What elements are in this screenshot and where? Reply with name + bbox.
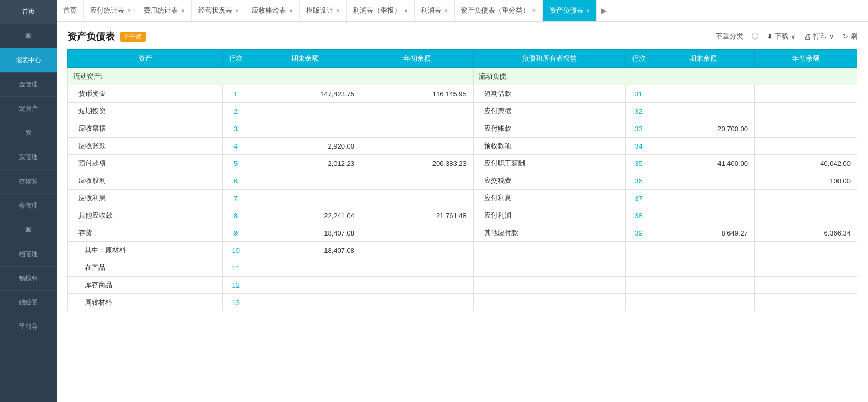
sidebar-item-report-center[interactable]: 报表中心: [0, 48, 57, 73]
sidebar-item-home[interactable]: 首页: [0, 0, 57, 24]
download-label: 下载: [775, 32, 788, 41]
liability-row-num: [626, 259, 652, 277]
table-row: 应收账款 4 2,920.00 预收款项 34: [68, 138, 857, 155]
asset-row-num: 6: [223, 172, 249, 190]
asset-name-cell: 在产品: [68, 259, 223, 277]
sidebar-item-account[interactable]: 账: [0, 24, 57, 48]
liability-begin-balance: [755, 138, 857, 155]
sidebar-item-sales[interactable]: 畅报销: [0, 267, 57, 291]
print-icon: 🖨: [804, 33, 811, 41]
sidebar-item-inventory-calc[interactable]: 存核算: [0, 170, 57, 194]
sidebar-item-base-settings[interactable]: 础设置: [0, 291, 57, 315]
asset-begin-balance: [361, 190, 474, 207]
asset-begin-balance: [361, 242, 474, 259]
col-liability-end: 期末余额: [652, 50, 755, 68]
tab-profit-quarterly[interactable]: 利润表（季报） ×: [347, 0, 414, 21]
liability-name-cell: 应付利息: [473, 190, 625, 207]
liability-begin-balance: [755, 207, 857, 224]
asset-begin-balance: [361, 120, 474, 138]
tab-operation-status-label: 经营状况表: [198, 6, 232, 15]
sidebar-item-ticket-mgmt[interactable]: 票管理: [0, 145, 57, 170]
sidebar-item-fixed-assets[interactable]: 定资产: [0, 97, 57, 121]
liability-name-cell: 应交税费: [473, 172, 625, 190]
liability-begin-balance: [755, 259, 857, 277]
report-table: 资产 行次 期末余额 年初余额 负债和所有者权益 行次 期末余额 年初余额 流动…: [67, 49, 857, 311]
asset-row-num: 11: [223, 259, 249, 277]
tab-balance-reclassify[interactable]: 资产负债表（重分类） ×: [455, 0, 542, 21]
print-button[interactable]: 🖨 打印 ∨: [804, 32, 834, 41]
tab-template-design[interactable]: 模版设计 ×: [300, 0, 347, 21]
tab-expense-summary-close[interactable]: ×: [181, 7, 184, 14]
asset-row-num: 7: [223, 190, 249, 207]
print-label: 打印: [813, 32, 827, 41]
tab-template-design-close[interactable]: ×: [337, 7, 340, 14]
col-asset-begin: 年初余额: [361, 50, 474, 68]
asset-end-balance: [249, 277, 361, 294]
sidebar-item-ledger[interactable]: 账: [0, 218, 57, 242]
asset-row-num: 13: [223, 294, 249, 311]
tab-ap-summary-close[interactable]: ×: [127, 7, 131, 14]
liability-end-balance: [652, 242, 755, 259]
sidebar-item-archive-mgmt[interactable]: 档管理: [0, 242, 57, 267]
asset-end-balance: 18,407.08: [249, 242, 361, 259]
sidebar: 首页 账 报表中心 金管理 定资产 资 票管理 存核算 务管理 账 档管理 畅报…: [0, 0, 57, 402]
col-asset-end: 期末余额: [249, 50, 361, 68]
liability-end-balance: 41,400.00: [652, 155, 755, 172]
sidebar-item-tax-mgmt[interactable]: 务管理: [0, 194, 57, 218]
main-area: 首页 应付统计表 × 费用统计表 × 经营状况表 × 应收账龄表 × 模版设计 …: [57, 0, 868, 402]
asset-name-cell: 存货: [68, 224, 223, 242]
page-title: 资产负债表: [67, 30, 115, 43]
liability-name-cell: 应付票据: [473, 103, 625, 120]
download-button[interactable]: ⬇ 下载 ∨: [767, 32, 796, 41]
liability-name-cell: [473, 277, 625, 294]
tab-profit-close[interactable]: ×: [445, 7, 448, 14]
tab-home[interactable]: 首页: [57, 0, 84, 21]
tab-operation-status[interactable]: 经营状况表 ×: [192, 0, 245, 21]
tab-ar-aging-close[interactable]: ×: [289, 7, 292, 14]
tab-profit-quarterly-close[interactable]: ×: [404, 7, 407, 14]
tab-home-label: 首页: [63, 6, 77, 15]
sidebar-item-fund-mgmt[interactable]: 金管理: [0, 73, 57, 97]
asset-row-num: 5: [223, 155, 249, 172]
liability-name-cell: [473, 242, 625, 259]
tab-balance-reclassify-label: 资产负债表（重分类）: [461, 6, 529, 15]
liability-end-balance: [652, 294, 755, 311]
liability-end-balance: [652, 207, 755, 224]
asset-begin-balance: 116,145.95: [361, 85, 474, 103]
liability-name-cell: 应付账款: [473, 120, 625, 138]
tab-operation-status-close[interactable]: ×: [235, 7, 239, 14]
tab-balance-reclassify-close[interactable]: ×: [532, 7, 536, 14]
liability-begin-balance: 6,366.34: [755, 224, 857, 242]
tab-profit[interactable]: 利润表 ×: [415, 0, 455, 21]
asset-end-balance: 147,423.75: [249, 85, 361, 103]
tab-ar-aging[interactable]: 应收账龄表 ×: [245, 0, 299, 21]
tab-arrow-right[interactable]: ▶: [597, 6, 611, 15]
tab-balance-sheet-close[interactable]: ×: [587, 7, 590, 14]
liability-row-num: [626, 242, 652, 259]
sidebar-item-investment[interactable]: 资: [0, 121, 57, 145]
tab-balance-sheet[interactable]: 资产负债表 ×: [543, 0, 597, 21]
liability-row-num: 32: [626, 103, 652, 120]
asset-begin-balance: 21,761.48: [361, 207, 474, 224]
tab-ap-summary[interactable]: 应付统计表 ×: [84, 0, 137, 21]
liability-name-cell: 预收款项: [473, 138, 625, 155]
section-header-current: 流动资产: 流动负债:: [68, 68, 857, 85]
asset-end-balance: [249, 294, 361, 311]
help-icon[interactable]: ⓘ: [752, 32, 758, 41]
liability-row-num: 31: [626, 85, 652, 103]
liability-begin-balance: 100.00: [755, 172, 857, 190]
asset-row-num: 8: [223, 207, 249, 224]
col-liability-row: 行次: [626, 50, 652, 68]
asset-row-num: 2: [223, 103, 249, 120]
col-asset-row: 行次: [223, 50, 249, 68]
refresh-button[interactable]: ↻ 刷: [843, 32, 857, 41]
asset-begin-balance: [361, 259, 474, 277]
liability-name-cell: 应付利润: [473, 207, 625, 224]
liability-row-num: 37: [626, 190, 652, 207]
asset-name-cell: 货币资金: [68, 85, 223, 103]
liability-row-num: 33: [626, 120, 652, 138]
page-title-area: 资产负债表 不平衡: [67, 30, 146, 43]
tab-expense-summary[interactable]: 费用统计表 ×: [137, 0, 191, 21]
sidebar-item-guide[interactable]: 手引导: [0, 315, 57, 339]
table-row: 库存商品 12: [68, 277, 857, 294]
